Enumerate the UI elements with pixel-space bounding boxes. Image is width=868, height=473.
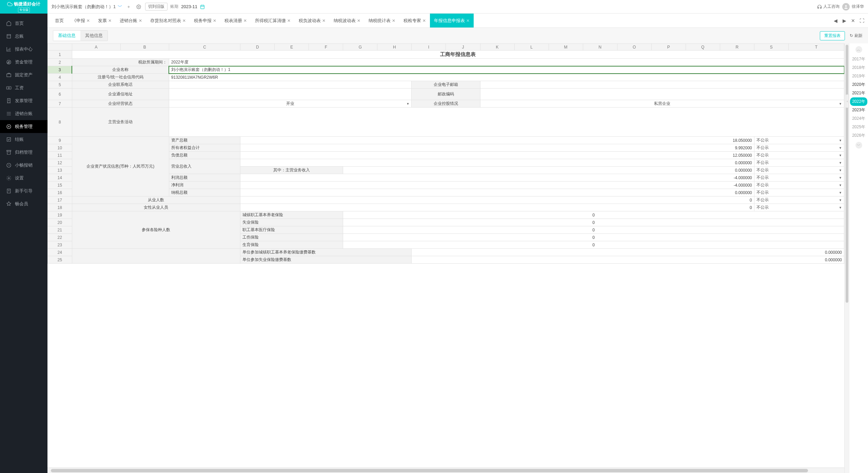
- tab[interactable]: 纳税统计表✕: [364, 14, 399, 27]
- sidebar-item-asset[interactable]: 固定资产: [0, 69, 47, 81]
- female-value[interactable]: 0: [240, 204, 754, 211]
- fullscreen-icon[interactable]: ⛶: [859, 17, 865, 24]
- row-header[interactable]: 18: [48, 204, 72, 211]
- publish-select[interactable]: 不公示: [754, 204, 844, 211]
- tab-close-icon[interactable]: ✕: [108, 18, 112, 23]
- row-header[interactable]: 1: [48, 51, 72, 59]
- tab-next-icon[interactable]: ▶: [841, 17, 848, 24]
- fin-sub-value[interactable]: 0.000000: [343, 167, 754, 174]
- tab-close-icon[interactable]: ✕: [243, 18, 247, 23]
- fin-value[interactable]: 9.992000: [240, 144, 754, 152]
- yearpanel-toggle[interactable]: ‹: [846, 94, 849, 108]
- row-header[interactable]: 4: [48, 74, 72, 81]
- row-header[interactable]: 9: [48, 137, 72, 144]
- col-header[interactable]: A: [72, 44, 120, 51]
- row-header[interactable]: 2: [48, 59, 72, 66]
- period-value[interactable]: 2023-11: [181, 4, 197, 9]
- support-link[interactable]: 人工咨询: [817, 4, 840, 10]
- row-header[interactable]: 3: [48, 66, 72, 74]
- reset-button[interactable]: 重置报表: [820, 31, 845, 40]
- year-item[interactable]: 2025年: [850, 123, 867, 131]
- row-header[interactable]: 21: [48, 226, 72, 234]
- col-header[interactable]: M: [549, 44, 583, 51]
- publish-select[interactable]: 不公示: [754, 167, 844, 174]
- credit-value[interactable]: 91320811MA7NGR2W6R: [169, 74, 844, 81]
- tab[interactable]: 发票✕: [94, 14, 116, 27]
- email-value[interactable]: [480, 81, 844, 89]
- col-header[interactable]: D: [240, 44, 275, 51]
- subtab[interactable]: 基础信息: [53, 31, 80, 41]
- sidebar-item-tax[interactable]: 税务管理: [0, 120, 47, 133]
- postcode-value[interactable]: [480, 89, 844, 100]
- year-item[interactable]: 2024年: [850, 114, 867, 123]
- row-header[interactable]: 15: [48, 182, 72, 189]
- user-menu[interactable]: 徐泽华: [842, 3, 864, 11]
- sidebar-item-archive[interactable]: 归档管理: [0, 146, 47, 159]
- col-header[interactable]: Q: [686, 44, 720, 51]
- sidebar-item-settings[interactable]: 设置: [0, 172, 47, 185]
- year-item[interactable]: 2021年: [850, 89, 867, 97]
- tab-prev-icon[interactable]: ◀: [832, 17, 839, 24]
- phone-value[interactable]: [169, 81, 412, 89]
- row-header[interactable]: 5: [48, 81, 72, 89]
- row-header[interactable]: 22: [48, 234, 72, 241]
- row-header[interactable]: 6: [48, 89, 72, 100]
- col-header[interactable]: S: [754, 44, 788, 51]
- spreadsheet[interactable]: ABCDEFGHIJKLMNOPQRST 1工商年报信息表2税款所属期间：202…: [47, 43, 844, 264]
- row-header[interactable]: 11: [48, 152, 72, 159]
- publish-select[interactable]: 不公示: [754, 137, 844, 144]
- tab-close-icon[interactable]: ✕: [357, 18, 360, 23]
- calendar-icon[interactable]: [200, 4, 205, 9]
- ins-value[interactable]: 0: [343, 241, 844, 249]
- add-icon[interactable]: ＋: [125, 2, 132, 11]
- ins-value[interactable]: 0: [343, 234, 844, 241]
- tab[interactable]: 进销台账✕: [116, 14, 146, 27]
- fin-value[interactable]: 12.050000: [240, 152, 754, 159]
- col-header[interactable]: K: [480, 44, 514, 51]
- sidebar-item-salary[interactable]: 工资: [0, 81, 47, 94]
- tab-close-icon[interactable]: ✕: [139, 18, 142, 23]
- year-down-icon[interactable]: ﹀: [855, 142, 862, 149]
- col-header[interactable]: B: [120, 44, 169, 51]
- col-header[interactable]: H: [377, 44, 412, 51]
- holding-select[interactable]: 私营企业: [480, 100, 844, 108]
- publish-select[interactable]: 不公示: [754, 174, 844, 182]
- corner-cell[interactable]: [48, 44, 72, 51]
- row-header[interactable]: 7: [48, 100, 72, 108]
- employees-value[interactable]: 0: [240, 196, 754, 204]
- col-header[interactable]: F: [309, 44, 343, 51]
- switch-old-button[interactable]: 切到旧版: [145, 3, 167, 11]
- tab[interactable]: 所得税汇算清缴✕: [251, 14, 295, 27]
- col-header[interactable]: E: [275, 44, 309, 51]
- col-header[interactable]: N: [583, 44, 617, 51]
- col-header[interactable]: P: [651, 44, 686, 51]
- sidebar-item-psi[interactable]: 进销台账: [0, 107, 47, 120]
- mainbiz-value[interactable]: [169, 108, 844, 137]
- sidebar-item-ledger[interactable]: 总账: [0, 30, 47, 43]
- tab-close-icon[interactable]: ✕: [466, 18, 470, 23]
- year-item[interactable]: 2023年: [850, 106, 867, 114]
- tab[interactable]: 税检专家✕: [399, 14, 430, 27]
- row-header[interactable]: 13: [48, 167, 72, 174]
- publish-select[interactable]: 不公示: [754, 196, 844, 204]
- tax-period-value[interactable]: 2022年度: [169, 59, 844, 66]
- row-header[interactable]: 20: [48, 219, 72, 226]
- base-value[interactable]: 0.000000: [412, 249, 844, 256]
- year-item[interactable]: 2017年: [850, 55, 867, 63]
- row-header[interactable]: 19: [48, 211, 72, 219]
- row-header[interactable]: 16: [48, 189, 72, 196]
- publish-select[interactable]: 不公示: [754, 152, 844, 159]
- year-up-icon[interactable]: ︿: [855, 46, 862, 53]
- tab[interactable]: 存货别名对照表✕: [146, 14, 190, 27]
- col-header[interactable]: I: [412, 44, 446, 51]
- row-header[interactable]: 12: [48, 159, 72, 167]
- col-header[interactable]: L: [514, 44, 549, 51]
- company-value[interactable]: 刘小艳演示账套（勿删勿动！）1: [169, 66, 844, 74]
- addr-value[interactable]: [169, 89, 412, 100]
- publish-select[interactable]: 不公示: [754, 144, 844, 152]
- tab-close-icon[interactable]: ✕: [213, 18, 216, 23]
- row-header[interactable]: 24: [48, 249, 72, 256]
- subtab[interactable]: 其他信息: [80, 31, 107, 41]
- row-header[interactable]: 25: [48, 256, 72, 264]
- year-item[interactable]: 2019年: [850, 72, 867, 80]
